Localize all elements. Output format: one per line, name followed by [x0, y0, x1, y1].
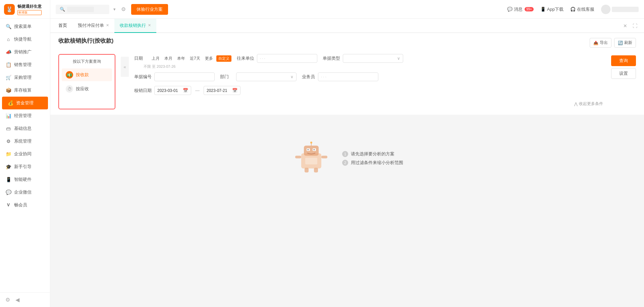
sidebar-item-basic[interactable]: 🗃 基础信息 — [0, 122, 50, 135]
wechat-icon: 💬 — [5, 190, 11, 195]
collapse-btn-wrap: « — [121, 54, 129, 109]
calendar-end-icon: 📅 — [232, 88, 237, 93]
writeoff-date-start[interactable]: 2023-03-01 📅 — [154, 86, 191, 95]
solution-btn[interactable]: 休验行业方案 — [131, 4, 168, 15]
inventory-icon: 📦 — [5, 88, 11, 93]
sidebar-item-guide[interactable]: 🎓 新手引导 — [0, 160, 50, 173]
sidebar-logo: 🐰 畅捷通好生意 标准版 — [0, 0, 50, 19]
sidebar-item-purchase[interactable]: 🛒 采购管理 — [0, 71, 50, 84]
refresh-btn[interactable]: 🔄 刷新 — [614, 38, 636, 48]
svg-rect-5 — [313, 149, 315, 150]
writeoff-date-label: 核销日期 — [134, 88, 152, 94]
filter-sidebar-title: 按以下方案查询 — [62, 59, 112, 64]
sidebar-item-label: 营销推广 — [14, 49, 32, 55]
tab-writeoff[interactable]: 收款核销执行 ✕ — [114, 19, 156, 33]
sidebar-item-vip[interactable]: V 畅会员 — [0, 199, 50, 211]
sidebar-item-marketing[interactable]: 📣 营销推广 — [0, 46, 50, 58]
doc-type-select[interactable]: ∨ — [343, 54, 403, 63]
tip-num-2: 2 — [342, 160, 348, 166]
staff-select[interactable]: ··· — [318, 72, 378, 81]
doc-num-input[interactable] — [154, 72, 215, 81]
svg-rect-7 — [314, 168, 318, 172]
date-shortcut-this-month[interactable]: 本月 — [163, 55, 174, 62]
tab-writeoff-label: 收款核销执行 — [120, 22, 146, 29]
date-shortcuts: 上月 本月 本年 近7天 更多 自定义 — [150, 55, 231, 62]
setting-btn[interactable]: 设置 — [611, 68, 636, 79]
enterprise-icon: 📁 — [5, 151, 11, 157]
logo-name: 畅捷通好生意 — [17, 4, 42, 9]
tab-home[interactable]: 首页 — [53, 19, 72, 33]
tab-writeoff-close[interactable]: ✕ — [148, 23, 151, 28]
topbar-search[interactable]: 🔍 — [56, 5, 109, 14]
writeoff-date-end[interactable]: 2023-07-21 📅 — [204, 86, 240, 95]
tip-text-2: 用过滤条件来缩小分析范围 — [351, 160, 403, 166]
user-name-text — [612, 7, 639, 12]
sidebar-item-label: 库存核算 — [14, 87, 32, 93]
tab-prepay-close[interactable]: ✕ — [106, 23, 109, 28]
sidebar: 🐰 畅捷通好生意 标准版 🔍 搜索菜单 ⌂ 快捷导航 📣 营销推广 📋 销售管理… — [0, 0, 50, 307]
dept-select[interactable]: ∨ — [236, 72, 297, 81]
counterpart-label: 往来单位 — [237, 55, 254, 61]
page-content: 收款核销执行(按收款) 📤 导出 🔄 刷新 按以下方案查询 — [50, 33, 644, 307]
counterpart-field: 往来单位 ··· — [237, 54, 317, 63]
sidebar-item-system[interactable]: ⚙ 系统管理 — [0, 135, 50, 148]
sidebar-item-hardware[interactable]: 📱 智能硬件 — [0, 173, 50, 186]
svg-rect-6 — [305, 168, 309, 172]
sidebar-item-label: 企业微信 — [14, 189, 32, 195]
sidebar-item-sales[interactable]: 📋 销售管理 — [0, 58, 50, 71]
filter-area: 按以下方案查询 💵 按收款 ⏱ 按应收 « — [50, 49, 644, 115]
sidebar-item-inventory[interactable]: 📦 库存核算 — [0, 84, 50, 97]
date-shortcut-last-month[interactable]: 上月 — [150, 55, 161, 62]
svg-rect-4 — [307, 149, 309, 150]
sidebar-bottom: ⚙ ◀ — [0, 292, 50, 307]
query-row-3: 核销日期 2023-03-01 📅 — 2023-07-21 📅 — [134, 86, 603, 95]
sidebar-settings-icon[interactable]: ⚙ — [5, 297, 10, 303]
sidebar-item-finance[interactable]: 💰 资金管理 — [2, 97, 48, 109]
staff-dots: ··· — [321, 74, 327, 79]
app-label: App下载 — [547, 6, 564, 12]
date-shortcut-7days[interactable]: 近7天 — [189, 55, 202, 62]
filter-option-by-receivable[interactable]: ⏱ 按应收 — [62, 83, 112, 95]
counterpart-select[interactable]: ··· — [257, 54, 317, 63]
sidebar-item-label: 智能硬件 — [14, 176, 32, 183]
tab-close-all-icon[interactable]: ✕ — [622, 22, 629, 30]
topbar-settings-icon[interactable]: ⚙ — [121, 6, 126, 12]
sidebar-item-enterprise[interactable]: 📁 企业协同 — [0, 148, 50, 160]
export-btn[interactable]: 📤 导出 — [590, 38, 611, 48]
dept-label: 部门 — [220, 74, 233, 80]
sidebar-item-operations[interactable]: 📊 经营管理 — [0, 109, 50, 122]
collapse-more-btn[interactable]: ⋀ 收起更多条件 — [134, 100, 603, 109]
date-shortcut-custom[interactable]: 自定义 — [216, 55, 231, 62]
query-btn[interactable]: 查询 — [611, 55, 636, 66]
basic-icon: 🗃 — [5, 126, 11, 131]
message-icon: 💬 — [507, 7, 513, 12]
tab-prepay[interactable]: 预付冲应付单 ✕ — [72, 19, 114, 33]
search-icon: 🔍 — [60, 7, 65, 12]
collapse-more-label: 收起更多条件 — [579, 101, 603, 107]
service-btn[interactable]: 🎧 在线客服 — [570, 6, 594, 12]
tab-maximize-icon[interactable]: ⛶ — [631, 22, 639, 30]
sidebar-item-label: 企业协同 — [14, 151, 32, 157]
user-area[interactable] — [601, 5, 639, 14]
sidebar-item-label: 快捷导航 — [14, 36, 32, 42]
finance-icon: 💰 — [7, 100, 13, 106]
date-shortcut-this-year[interactable]: 本年 — [176, 55, 186, 62]
writeoff-date-start-value: 2023-03-01 — [157, 88, 178, 93]
date-shortcut-more[interactable]: 更多 — [204, 55, 214, 62]
filter-collapse-btn[interactable]: « — [121, 57, 129, 77]
app-download-btn[interactable]: 📱 App下载 — [540, 6, 564, 12]
topbar-dropdown-icon[interactable]: ▾ — [113, 7, 116, 12]
sales-icon: 📋 — [5, 62, 11, 67]
dept-field: 部门 ∨ — [220, 72, 297, 81]
filter-option-by-receipt[interactable]: 💵 按收款 — [62, 68, 112, 81]
sidebar-item-wechat[interactable]: 💬 企业微信 — [0, 186, 50, 199]
sidebar-item-quick-nav[interactable]: ⌂ 快捷导航 — [0, 33, 50, 46]
sidebar-item-label: 经营管理 — [14, 113, 32, 119]
sidebar-collapse-icon[interactable]: ◀ — [15, 297, 19, 303]
vip-icon: V — [5, 203, 11, 207]
svg-rect-10 — [305, 158, 317, 164]
sidebar-item-search-menu[interactable]: 🔍 搜索菜单 — [0, 20, 50, 33]
sidebar-item-label: 搜索菜单 — [14, 23, 32, 30]
staff-field: 业务员 ··· — [302, 72, 378, 81]
message-btn[interactable]: 💬 消息 99+ — [507, 6, 534, 12]
